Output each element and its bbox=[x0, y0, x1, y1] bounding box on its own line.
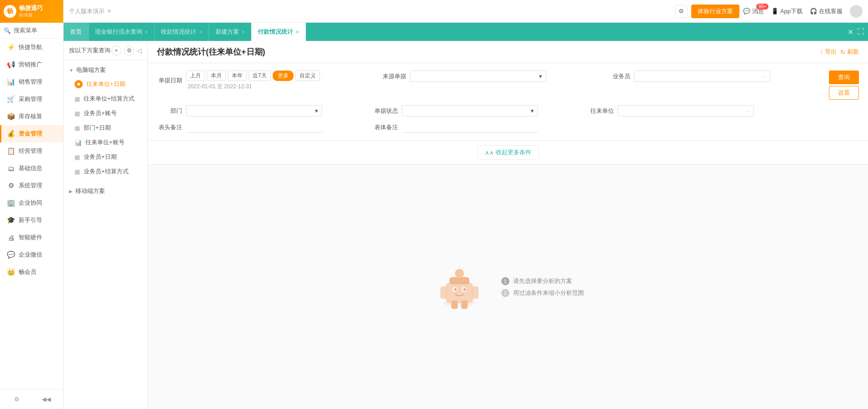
sidebar-item-hardware[interactable]: 🖨 智能硬件 bbox=[0, 229, 63, 246]
sidebar-item-inventory[interactable]: 📦 库存核算 bbox=[0, 108, 63, 125]
topbar-settings-btn[interactable]: ⚙ bbox=[675, 5, 688, 18]
staff-label: 业务员 bbox=[605, 72, 630, 81]
sidebar-item-wechat[interactable]: 💬 企业微信 bbox=[0, 246, 63, 263]
robot-svg bbox=[432, 264, 487, 310]
sidebar-item-label: 经营管理 bbox=[19, 147, 42, 155]
breadcrumb-arrow: ▼ bbox=[106, 8, 112, 15]
sidebar-item-basic[interactable]: 🗂 基础信息 bbox=[0, 160, 63, 177]
desktop-arrow-icon: ▼ bbox=[69, 68, 74, 73]
scheme-desktop-header[interactable]: ▼ 电脑端方案 bbox=[64, 63, 147, 77]
sidebar-item-finance[interactable]: 💰 资金管理 bbox=[0, 125, 63, 142]
operation-icon: 📋 bbox=[7, 147, 15, 155]
app-download-btn[interactable]: 📱 App下载 bbox=[771, 7, 803, 15]
user-avatar[interactable] bbox=[850, 5, 863, 18]
inventory-icon: 📦 bbox=[7, 112, 15, 121]
scheme-item-unit-settle[interactable]: ▦ 往来单位+结算方式 bbox=[64, 91, 147, 106]
date-btn-this-year[interactable]: 本年 bbox=[228, 71, 247, 81]
dept-label: 部门 bbox=[157, 107, 182, 115]
app-label: App下载 bbox=[780, 7, 803, 15]
scheme-panel: 按以下方案查询 + ⚙ ◁ ▼ 电脑端方案 往来单位+日期 ▦ bbox=[64, 41, 148, 409]
scheme-mobile-header[interactable]: ▶ 移动端方案 bbox=[64, 184, 147, 198]
tab-bank-flow[interactable]: 现金银行流水查询 × bbox=[89, 23, 155, 41]
receipt-status-chevron-icon: ▾ bbox=[531, 107, 534, 114]
tip-num-2: 2 bbox=[501, 289, 509, 297]
query-button[interactable]: 查询 bbox=[829, 71, 859, 84]
body-note-input[interactable] bbox=[402, 122, 538, 133]
trial-button[interactable]: 体验行业方案 bbox=[691, 5, 739, 18]
scheme-item-label: 业务员+结算方式 bbox=[84, 167, 129, 176]
message-btn[interactable]: 💬 消息 99+ bbox=[743, 7, 764, 15]
sidebar-footer-collapse[interactable]: ◀◀ bbox=[34, 393, 60, 405]
tab-receipt-stats[interactable]: 收款情况统计 × bbox=[155, 23, 209, 41]
sidebar-version: 标准版 bbox=[19, 12, 43, 18]
sidebar-item-operation[interactable]: 📋 经营管理 bbox=[0, 142, 63, 160]
scheme-item-unit-account[interactable]: 📊 往来单位+账号 bbox=[64, 135, 147, 150]
tab-expand-icon[interactable]: ⛶ bbox=[857, 28, 864, 36]
sidebar-footer-settings[interactable]: ⚙ bbox=[4, 393, 30, 405]
unit-select[interactable]: ··· bbox=[618, 105, 754, 116]
scheme-desktop-section: ▼ 电脑端方案 往来单位+日期 ▦ 往来单位+结算方式 ▦ 业务员+账号 ▦ bbox=[64, 61, 147, 182]
scheme-item-label: 业务员+账号 bbox=[84, 109, 117, 117]
tab-receipt-stats-close[interactable]: × bbox=[199, 29, 202, 35]
dept-select[interactable]: ▾ bbox=[186, 105, 322, 116]
date-btn-recent7[interactable]: 近7天 bbox=[249, 71, 271, 81]
scheme-collapse-btn[interactable]: ◁ bbox=[137, 47, 142, 54]
tab-payment-stats[interactable]: 付款情况统计 × bbox=[251, 23, 305, 41]
setting-button[interactable]: 设置 bbox=[829, 86, 859, 100]
tip-num-1: 1 bbox=[501, 277, 509, 285]
scheme-item-staff-settle[interactable]: ▦ 业务员+结算方式 bbox=[64, 164, 147, 179]
collapse-btn[interactable]: ∧∧ 收起更多条件 bbox=[477, 145, 539, 160]
date-btn-last-month[interactable]: 上月 bbox=[186, 71, 205, 81]
sidebar-item-system[interactable]: ⚙ 系统管理 bbox=[0, 177, 63, 194]
scheme-item-unit-date[interactable]: 往来单位+日期 bbox=[64, 77, 147, 91]
quick-nav-icon: ⚡ bbox=[7, 43, 15, 51]
sidebar-item-marketing[interactable]: 📢 营销推广 bbox=[0, 56, 63, 73]
source-select[interactable]: ▾ bbox=[410, 71, 546, 82]
purchase-icon: 🛒 bbox=[7, 95, 15, 103]
sidebar-item-guide[interactable]: 🎓 新手引导 bbox=[0, 212, 63, 229]
sidebar-item-vip[interactable]: 👑 畅会员 bbox=[0, 263, 63, 281]
date-btn-custom[interactable]: 自定义 bbox=[295, 71, 320, 81]
body-note-label: 表体备注 bbox=[373, 123, 398, 131]
header-note-input[interactable] bbox=[186, 122, 322, 133]
sidebar-header: 畅 畅捷通巧 标准版 bbox=[0, 0, 63, 23]
date-btn-this-month[interactable]: 本月 bbox=[207, 71, 226, 81]
table-icon: ▦ bbox=[75, 154, 80, 161]
message-icon: 💬 bbox=[743, 8, 750, 15]
svg-rect-1 bbox=[446, 283, 473, 303]
scheme-settings-btn[interactable]: ⚙ bbox=[124, 45, 134, 56]
export-btn[interactable]: ↑ 导出 bbox=[820, 48, 837, 56]
mobile-arrow-icon: ▶ bbox=[69, 189, 73, 194]
sidebar-item-purchase[interactable]: 🛒 采购管理 bbox=[0, 91, 63, 108]
sidebar-item-quick-nav[interactable]: ⚡ 快捷导航 bbox=[0, 39, 63, 56]
scheme-item-staff-date[interactable]: ▦ 业务员+日期 bbox=[64, 150, 147, 164]
sidebar-search[interactable]: 🔍 搜索菜单 bbox=[0, 23, 63, 39]
refresh-btn[interactable]: ↻ 刷新 bbox=[840, 48, 859, 56]
basic-icon: 🗂 bbox=[7, 164, 15, 172]
service-btn[interactable]: 🎧 在线客服 bbox=[810, 7, 843, 15]
svg-point-3 bbox=[455, 269, 464, 278]
scheme-add-btn[interactable]: + bbox=[111, 45, 121, 56]
tab-bank-flow-close[interactable]: × bbox=[145, 29, 148, 35]
scheme-item-staff-account[interactable]: ▦ 业务员+账号 bbox=[64, 106, 147, 121]
tab-new-scheme-close[interactable]: × bbox=[242, 29, 244, 35]
tip-text-2: 用过滤条件来缩小分析范围 bbox=[513, 289, 584, 297]
content-area: 按以下方案查询 + ⚙ ◁ ▼ 电脑端方案 往来单位+日期 ▦ bbox=[64, 41, 868, 409]
unit-label: 往来单位 bbox=[589, 107, 614, 115]
tab-new-scheme[interactable]: 新建方案 × bbox=[209, 23, 251, 41]
enterprise-icon: 🏢 bbox=[7, 199, 15, 207]
date-btn-more[interactable]: 更多 bbox=[273, 71, 294, 81]
sidebar-item-sales[interactable]: 📊 销售管理 bbox=[0, 73, 63, 91]
source-label: 来源单据 bbox=[381, 72, 406, 81]
sidebar-item-enterprise[interactable]: 🏢 企业协同 bbox=[0, 194, 63, 212]
staff-select[interactable]: ··· bbox=[634, 71, 770, 82]
scheme-item-dept-date[interactable]: ▦ 部门+日期 bbox=[64, 121, 147, 135]
receipt-status-select[interactable]: ▾ bbox=[402, 105, 538, 116]
main-area: 个人版本演示 ▼ ⚙ 体验行业方案 💬 消息 99+ 📱 App下载 🎧 在线客… bbox=[64, 0, 868, 409]
tab-home[interactable]: 首页 bbox=[64, 23, 89, 41]
sidebar-item-label: 畅会员 bbox=[19, 268, 36, 276]
tab-close-all-icon[interactable]: ✕ bbox=[848, 28, 853, 36]
receipt-status-label: 单据状态 bbox=[373, 107, 398, 115]
refresh-icon: ↻ bbox=[840, 49, 845, 56]
tab-payment-stats-close[interactable]: × bbox=[296, 29, 299, 35]
